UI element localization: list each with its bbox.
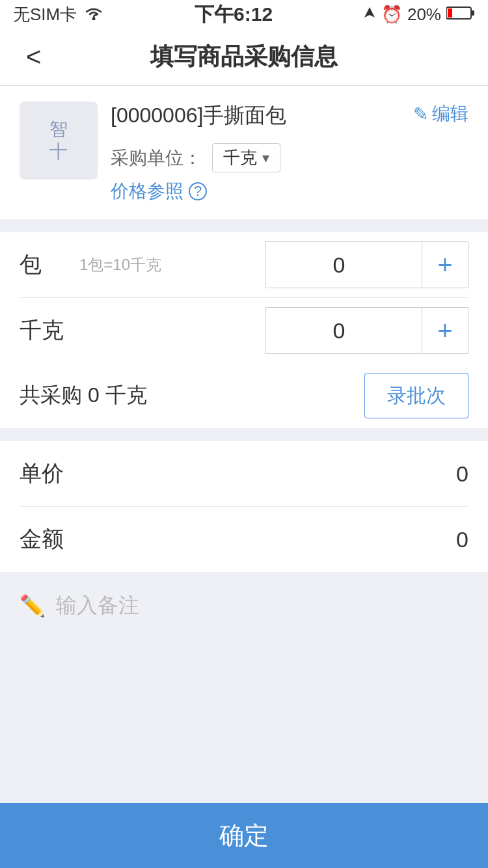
note-area[interactable]: ✏️ 输入备注 (0, 572, 488, 640)
main-content: 智 十 [0000006]手撕面包 采购单位： 千克 ▾ 价格参照 ? ✎ 编辑 (0, 86, 488, 868)
kg-plus-button[interactable]: + (422, 307, 468, 354)
carrier-text: 无SIM卡 (13, 3, 77, 26)
location-icon (363, 5, 376, 25)
alarm-icon: ⏰ (381, 5, 402, 25)
unit-value: 千克 (223, 146, 257, 169)
status-left: 无SIM卡 (13, 3, 104, 26)
price-ref-question-icon: ? (189, 182, 207, 200)
divider-2 (0, 428, 488, 441)
price-ref-label: 价格参照 (111, 179, 183, 204)
divider-1 (0, 219, 488, 232)
product-logo: 智 十 (49, 118, 68, 162)
total-text: 共采购 0 千克 (20, 381, 147, 410)
product-unit-row: 采购单位： 千克 ▾ (111, 143, 468, 172)
confirm-button[interactable]: 确定 (0, 803, 488, 868)
confirm-label: 确定 (219, 819, 269, 852)
price-row: 单价 0 (0, 441, 488, 506)
note-placeholder: 输入备注 (56, 591, 139, 620)
amount-value: 0 (456, 527, 468, 552)
info-section: 单价 0 金额 0 (0, 441, 488, 572)
pack-input[interactable] (265, 241, 422, 288)
pack-sub-label: 1包=10千克 (79, 254, 161, 275)
unit-dropdown[interactable]: 千克 ▾ (212, 143, 280, 172)
price-label: 单价 (20, 459, 64, 489)
svg-rect-3 (448, 8, 452, 18)
price-value: 0 (456, 461, 468, 487)
record-batch-label: 录批次 (387, 383, 446, 409)
battery-icon (446, 5, 475, 25)
product-image: 智 十 (20, 102, 98, 180)
pack-section: 包 1包=10千克 + 千克 + (0, 232, 488, 363)
status-bar: 无SIM卡 下午6:12 ⏰ 20% (0, 0, 488, 29)
kg-label: 千克 (20, 316, 72, 346)
pack-label: 包 (20, 250, 72, 280)
kg-input[interactable] (265, 307, 422, 354)
back-button[interactable]: < (20, 36, 47, 78)
amount-row: 金额 0 (0, 507, 488, 572)
edit-button[interactable]: ✎ 编辑 (413, 102, 468, 126)
pack-input-wrap: + (265, 241, 468, 288)
status-time: 下午6:12 (195, 1, 273, 28)
product-card: 智 十 [0000006]手撕面包 采购单位： 千克 ▾ 价格参照 ? ✎ 编辑 (0, 86, 488, 219)
edit-label: 编辑 (432, 102, 468, 126)
price-ref-button[interactable]: 价格参照 ? (111, 179, 468, 204)
kg-input-wrap: + (265, 307, 468, 354)
pencil-icon: ✏️ (20, 593, 46, 618)
page-title: 填写商品采购信息 (150, 41, 338, 73)
unit-label: 采购单位： (111, 146, 202, 170)
dropdown-arrow-icon: ▾ (262, 150, 269, 167)
total-row: 共采购 0 千克 录批次 (0, 363, 488, 428)
svg-point-0 (92, 17, 96, 20)
edit-icon: ✎ (413, 103, 428, 125)
nav-bar: < 填写商品采购信息 (0, 29, 488, 86)
svg-rect-2 (471, 10, 474, 16)
pack-plus-button[interactable]: + (422, 241, 468, 288)
amount-label: 金额 (20, 524, 64, 554)
pack-row: 包 1包=10千克 + (0, 232, 488, 297)
battery-percent: 20% (407, 5, 441, 25)
record-batch-button[interactable]: 录批次 (364, 373, 468, 418)
status-right: ⏰ 20% (363, 5, 475, 25)
kg-row: 千克 + (0, 298, 488, 363)
wifi-icon (83, 5, 104, 25)
